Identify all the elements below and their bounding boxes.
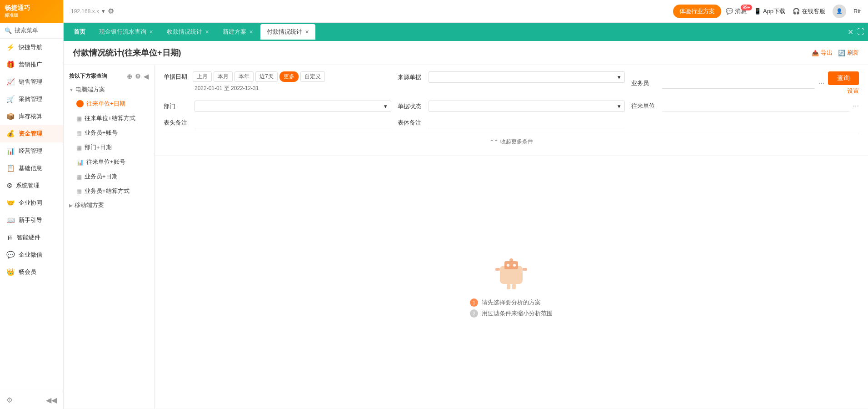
partner-dots[interactable]: ··· xyxy=(853,102,859,110)
search-menu-label: 搜索菜单 xyxy=(15,26,38,35)
refresh-icon: 🔄 xyxy=(838,50,845,56)
scheme-item-staff-date[interactable]: ▦ 业务员+日期 xyxy=(64,169,154,184)
sidebar-item-guide[interactable]: 📖 新手引导 xyxy=(0,212,63,229)
sidebar-item-basic-info[interactable]: 📋 基础信息 xyxy=(0,160,63,177)
sidebar-item-member[interactable]: 👑 畅会员 xyxy=(0,263,63,281)
table-header-note-input[interactable] xyxy=(195,117,391,128)
sidebar-item-marketing[interactable]: 🎁 营销推广 xyxy=(0,56,63,73)
topbar-gear-icon[interactable]: ⚙ xyxy=(108,7,114,15)
scheme-add-icon[interactable]: ⊕ xyxy=(127,73,132,80)
scheme-item-label: 往来单位+结算方式 xyxy=(85,114,135,122)
tab-payment-stats-close[interactable]: ✕ xyxy=(305,29,309,35)
sidebar-item-quick-nav[interactable]: ⚡ 快捷导航 xyxy=(0,39,63,56)
tab-receipt-stats-close[interactable]: ✕ xyxy=(205,29,209,35)
table-body-note-input[interactable] xyxy=(429,117,625,128)
sidebar-item-operation[interactable]: 📊 经营管理 xyxy=(0,142,63,160)
filter-date-buttons: 上月 本月 本年 近7天 更多 自定义 xyxy=(193,71,325,82)
date-btn-last-7-days[interactable]: 近7天 xyxy=(255,71,278,82)
scheme-item-staff-payment[interactable]: ▦ 业务员+结算方式 xyxy=(64,184,154,198)
avatar[interactable]: 👤 xyxy=(833,5,846,18)
scheme-item-unit-date[interactable]: 往来单位+日期 xyxy=(64,96,154,111)
filter-actions: 查询 设置 xyxy=(828,71,859,95)
scheme-item-label: 部门+日期 xyxy=(85,143,112,151)
voucher-status-select[interactable]: ▾ xyxy=(429,101,625,112)
sidebar-item-label: 企业协同 xyxy=(19,199,42,207)
refresh-btn[interactable]: 🔄 刷新 xyxy=(838,49,859,57)
svg-point-8 xyxy=(509,258,513,262)
sidebar-item-label: 经营管理 xyxy=(19,147,42,155)
export-btn[interactable]: 📤 导出 xyxy=(812,49,833,57)
date-btn-this-month[interactable]: 本月 xyxy=(214,71,233,82)
tab-bank-flow[interactable]: 现金银行流水查询 ✕ xyxy=(93,24,160,40)
settings-link[interactable]: 设置 xyxy=(847,87,859,95)
scheme-item-unit-payment[interactable]: ▦ 往来单位+结算方式 xyxy=(64,111,154,126)
trial-btn[interactable]: 体验行业方案 xyxy=(673,5,721,18)
scheme-item-unit-account[interactable]: 📊 往来单位+账号 xyxy=(64,155,154,169)
sales-icon: 📈 xyxy=(6,78,15,86)
staff-dots[interactable]: ··· xyxy=(818,79,824,87)
page-header: 付款情况统计(往来单位+日期) 📤 导出 🔄 刷新 xyxy=(64,41,868,65)
partner-input[interactable] xyxy=(662,101,849,111)
tab-bank-flow-close[interactable]: ✕ xyxy=(149,29,153,35)
sidebar-item-label: 企业微信 xyxy=(19,251,42,259)
hint-num-2: 2 xyxy=(470,309,478,318)
tab-receipt-stats[interactable]: 收款情况统计 ✕ xyxy=(160,24,215,40)
collapse-label: 收起更多条件 xyxy=(500,138,533,146)
sidebar-item-enterprise[interactable]: 🤝 企业协同 xyxy=(0,194,63,212)
sidebar-item-label: 销售管理 xyxy=(19,78,42,86)
tab-home[interactable]: 首页 xyxy=(67,24,92,40)
scheme-settings-icon[interactable]: ⚙ xyxy=(135,73,141,80)
filter-area: 单据日期 上月 本月 本年 近7天 更多 自定义 2022-01-01 至 20… xyxy=(155,65,868,409)
scheme-item-dept-date[interactable]: ▦ 部门+日期 xyxy=(64,140,154,155)
scheme-table-icon: ▦ xyxy=(76,130,82,136)
collapse-chevron-icon: ⌃⌃ xyxy=(489,139,499,145)
messages-count: 99+ xyxy=(741,5,752,10)
query-btn[interactable]: 查询 xyxy=(828,71,859,85)
filter-row-3: 表头备注 表体备注 xyxy=(164,117,859,128)
collapse-more-btn[interactable]: ⌃⌃ 收起更多条件 xyxy=(164,134,859,149)
app-download-btn[interactable]: 📱 App下载 xyxy=(754,7,785,15)
staff-input[interactable] xyxy=(662,78,814,89)
sidebar-item-purchase[interactable]: 🛒 采购管理 xyxy=(0,91,63,108)
date-btn-this-year[interactable]: 本年 xyxy=(234,71,254,82)
scheme-item-staff-account[interactable]: ▦ 业务员+账号 xyxy=(64,126,154,140)
marketing-icon: 🎁 xyxy=(6,61,15,69)
basic-info-icon: 📋 xyxy=(6,164,15,172)
tabbar: 首页 现金银行流水查询 ✕ 收款情况统计 ✕ 新建方案 ✕ 付款情况统计 ✕ ✕… xyxy=(64,23,868,41)
online-service-btn[interactable]: 🎧 在线客服 xyxy=(793,7,825,15)
date-btn-last-month[interactable]: 上月 xyxy=(193,71,212,82)
filter-partner-cell: 往来单位 ··· xyxy=(631,101,859,111)
source-select[interactable]: ▾ xyxy=(429,71,625,83)
date-btn-custom[interactable]: 自定义 xyxy=(300,71,325,82)
tab-new-plan-close[interactable]: ✕ xyxy=(249,29,253,35)
search-menu[interactable]: 🔍 搜索菜单 xyxy=(0,23,63,39)
inventory-icon: 📦 xyxy=(6,112,15,121)
address-label: 192.168.x.x xyxy=(71,8,99,15)
scheme-category-desktop[interactable]: ▼ 电脑端方案 xyxy=(64,83,154,96)
tab-new-plan-label: 新建方案 xyxy=(223,28,246,36)
tab-payment-stats[interactable]: 付款情况统计 ✕ xyxy=(260,24,315,40)
tabbar-maximize-icon[interactable]: ⛶ xyxy=(857,28,864,36)
dept-select[interactable]: ▾ xyxy=(195,101,391,112)
tab-home-label: 首页 xyxy=(74,28,85,36)
messages-badge[interactable]: 💬 消息 99+ xyxy=(726,7,747,15)
topbar-right: 💬 消息 99+ 📱 App下载 🎧 在线客服 👤 Rit xyxy=(726,5,861,18)
sidebar-item-wechat[interactable]: 💬 企业微信 xyxy=(0,246,63,263)
tabbar-close-all-icon[interactable]: ✕ xyxy=(848,28,853,36)
sidebar-item-inventory[interactable]: 📦 库存核算 xyxy=(0,108,63,125)
sidebar-item-hardware[interactable]: 🖥 智能硬件 xyxy=(0,229,63,246)
scheme-category-mobile[interactable]: ▶ 移动端方案 xyxy=(64,198,154,212)
scheme-collapse-icon[interactable]: ◀ xyxy=(144,73,149,80)
enterprise-icon: 🤝 xyxy=(6,199,15,207)
sidebar-item-sales[interactable]: 📈 销售管理 xyxy=(0,73,63,91)
topbar: 192.168.x.x ▾ ⚙ 体验行业方案 💬 消息 99+ 📱 App下载 … xyxy=(64,0,868,23)
topbar-dropdown-icon[interactable]: ▾ xyxy=(102,8,105,15)
date-btn-more[interactable]: 更多 xyxy=(279,71,299,82)
tab-new-plan[interactable]: 新建方案 ✕ xyxy=(216,24,259,40)
sidebar-item-system[interactable]: ⚙ 系统管理 xyxy=(0,177,63,194)
sidebar-item-finance[interactable]: 💰 资金管理 xyxy=(0,125,63,142)
scheme-panel-icons: ⊕ ⚙ ◀ xyxy=(127,73,149,80)
sidebar-collapse-icon[interactable]: ◀◀ xyxy=(46,396,57,404)
settings-gear-icon[interactable]: ⚙ xyxy=(6,396,13,404)
sidebar-item-label: 智能硬件 xyxy=(17,233,40,242)
